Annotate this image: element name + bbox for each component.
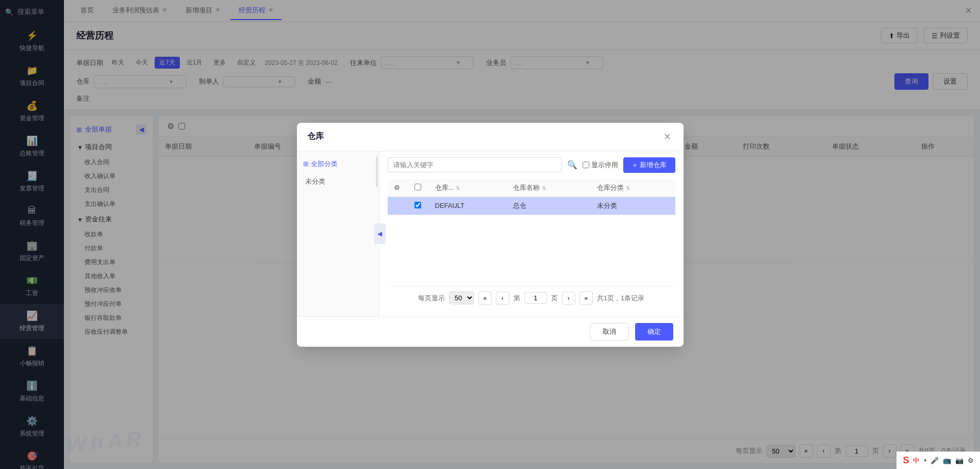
modal-page-size-select[interactable]: 50 (449, 292, 474, 304)
modal-table-row[interactable]: DEFAULT 总仓 未分类 (388, 197, 675, 215)
warehouse-modal: 仓库 ✕ ⊞ 全部分类 未分类 ◀ (297, 123, 684, 347)
modal-total: 共1页，1条记录 (597, 294, 644, 303)
sort-icon-category[interactable]: ⇅ (626, 185, 630, 191)
modal-body: ⊞ 全部分类 未分类 ◀ 🔍 显示停用 (297, 151, 684, 316)
show-disabled-label: 显示停用 (583, 160, 618, 170)
grid-icon-modal: ⊞ (303, 160, 309, 168)
row-checkbox[interactable] (414, 202, 421, 208)
modal-data-table: ⚙ 仓库... ⇅ 仓库名称 ⇅ (388, 179, 675, 215)
row-code-cell: DEFAULT (429, 197, 507, 215)
modal-col-settings: ⚙ (388, 179, 408, 197)
modal-first-page[interactable]: « (478, 292, 492, 305)
modal-pagination: 每页显示 50 « ‹ 第 页 › » 共1页，1条记录 (388, 286, 675, 310)
modal-next-page[interactable]: › (562, 292, 575, 305)
modal-title: 仓库 (307, 131, 324, 142)
modal-header: 仓库 ✕ (297, 123, 684, 151)
modal-page-size-label: 每页显示 (418, 294, 445, 303)
scrollbar-indicator (376, 156, 378, 187)
taskbar-icon-3: 🎤 (931, 457, 939, 464)
modal-col-category: 仓库分类 ⇅ (591, 179, 675, 197)
modal-page-label: 页 (551, 294, 558, 303)
add-warehouse-button[interactable]: ＋ 新增仓库 (623, 157, 675, 173)
modal-toolbar: 🔍 显示停用 ＋ 新增仓库 (388, 157, 675, 173)
modal-select-all[interactable] (414, 184, 421, 190)
modal-col-checkbox (408, 179, 429, 197)
sort-icon-code[interactable]: ⇅ (456, 185, 460, 191)
modal-right-panel: 🔍 显示停用 ＋ 新增仓库 ⚙ (379, 151, 684, 316)
taskbar-icon-2: • (924, 457, 926, 464)
modal-left-collapse-btn[interactable]: ◀ (374, 223, 386, 244)
modal-overlay[interactable]: 仓库 ✕ ⊞ 全部分类 未分类 ◀ (0, 0, 980, 469)
modal-search-button[interactable]: 🔍 (567, 160, 577, 170)
modal-actions: 取消 确定 (297, 316, 684, 347)
row-name-cell: 总仓 (507, 197, 591, 215)
modal-col-name: 仓库名称 ⇅ (507, 179, 591, 197)
taskbar-icon-4: 📺 (943, 457, 951, 464)
modal-page-input[interactable] (524, 292, 547, 304)
modal-table-wrapper: ⚙ 仓库... ⇅ 仓库名称 ⇅ (388, 179, 675, 286)
modal-col-code: 仓库... ⇅ (429, 179, 507, 197)
modal-last-page[interactable]: » (579, 292, 593, 305)
show-disabled-checkbox[interactable] (583, 161, 589, 168)
modal-left-panel: ⊞ 全部分类 未分类 ◀ (297, 151, 379, 316)
modal-search-input[interactable] (388, 157, 562, 172)
modal-page-prefix: 第 (513, 294, 520, 303)
row-category-cell: 未分类 (591, 197, 675, 215)
modal-prev-page[interactable]: ‹ (496, 292, 509, 305)
confirm-button[interactable]: 确定 (635, 323, 673, 341)
modal-uncategorized[interactable]: 未分类 (297, 173, 379, 190)
taskbar-icon-6: ⚙ (968, 457, 974, 464)
taskbar-icon-5: 📷 (955, 457, 964, 464)
sort-icon-name[interactable]: ⇅ (542, 185, 546, 191)
cancel-button[interactable]: 取消 (590, 323, 629, 341)
row-settings-cell (388, 197, 408, 215)
taskbar-logo: S (903, 455, 909, 466)
modal-all-categories[interactable]: ⊞ 全部分类 (297, 155, 379, 173)
taskbar: S 中 • 🎤 📺 📷 ⚙ (896, 451, 980, 469)
taskbar-icon-1: 中 (913, 456, 920, 465)
modal-close-button[interactable]: ✕ (661, 131, 673, 142)
row-checkbox-cell (408, 197, 429, 215)
